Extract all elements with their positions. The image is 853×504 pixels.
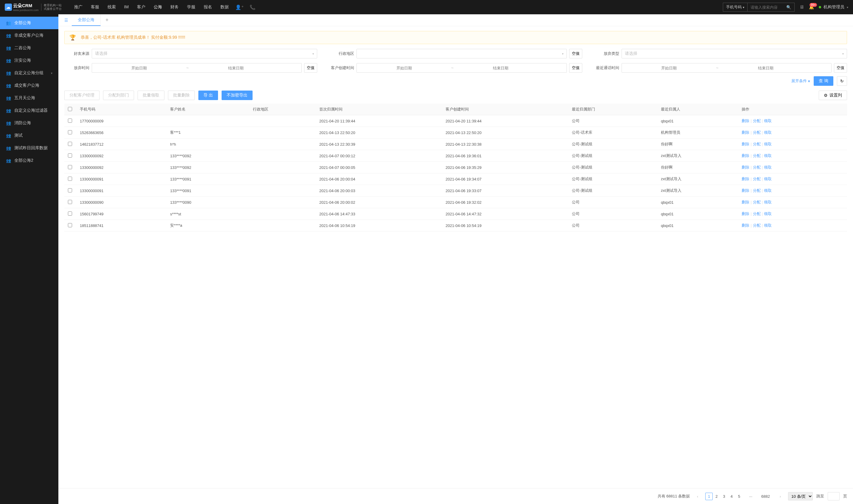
- filter-recent-call-range[interactable]: ~: [621, 63, 832, 73]
- row-delete-link[interactable]: 删除: [742, 154, 749, 158]
- row-checkbox[interactable]: [68, 165, 72, 169]
- row-claim-link[interactable]: 领取: [764, 188, 772, 193]
- filter-create-time-range[interactable]: ~: [357, 63, 566, 73]
- row-claim-link[interactable]: 领取: [764, 212, 772, 216]
- search-input[interactable]: [748, 5, 783, 10]
- nav-item[interactable]: 公海: [153, 3, 163, 11]
- row-delete-link[interactable]: 删除: [742, 142, 749, 146]
- row-checkbox[interactable]: [68, 130, 72, 134]
- row-claim-link[interactable]: 领取: [764, 223, 772, 228]
- row-assign-link[interactable]: 分配: [753, 223, 761, 228]
- row-checkbox[interactable]: [68, 188, 72, 193]
- row-checkbox[interactable]: [68, 223, 72, 227]
- export-button[interactable]: 导 出: [198, 91, 218, 100]
- sidebar-item[interactable]: 👥测试昨日回库数据: [0, 142, 58, 154]
- row-assign-link[interactable]: 分配: [753, 165, 761, 169]
- row-delete-link[interactable]: 删除: [742, 212, 749, 216]
- pager-size-select[interactable]: 10 条/页: [788, 492, 813, 500]
- export-plain-button[interactable]: 不加密导出: [222, 91, 253, 100]
- logo[interactable]: ☁ 云朵CRM www.yunduocrm.com 教育机构一站式服务云平台: [5, 3, 62, 12]
- filter-source-select[interactable]: 请选择▾: [92, 49, 317, 58]
- row-assign-link[interactable]: 分配: [753, 188, 761, 193]
- row-claim-link[interactable]: 领取: [764, 200, 772, 204]
- pager-page[interactable]: 1: [705, 493, 713, 500]
- pager-page[interactable]: 5: [736, 493, 743, 500]
- sidebar-item[interactable]: 👥测试: [0, 129, 58, 142]
- set-columns-button[interactable]: ⚙设置列: [819, 91, 847, 100]
- filter-abandon-type-select[interactable]: 请选择▾: [621, 49, 847, 58]
- sidebar-item[interactable]: 👥全部公海: [0, 17, 58, 29]
- tab-active[interactable]: 全部公海: [72, 14, 101, 26]
- row-checkbox[interactable]: [68, 119, 72, 123]
- sidebar-item[interactable]: 👥消防公海: [0, 117, 58, 129]
- nav-item[interactable]: 数据: [220, 3, 229, 11]
- row-checkbox[interactable]: [68, 177, 72, 181]
- tab-list-icon[interactable]: ☰: [61, 18, 72, 23]
- nav-item[interactable]: 客户: [137, 3, 146, 11]
- batch-claim-button[interactable]: 批量领取: [138, 91, 164, 100]
- pager-prev[interactable]: ‹: [693, 493, 702, 500]
- nav-item[interactable]: 财务: [170, 3, 179, 11]
- nav-item[interactable]: 学服: [186, 3, 196, 11]
- filter-abandon-time-empty[interactable]: 空值: [304, 63, 317, 73]
- sidebar-item[interactable]: 👥五月天公海: [0, 92, 58, 104]
- row-checkbox[interactable]: [68, 212, 72, 216]
- row-assign-link[interactable]: 分配: [753, 212, 761, 216]
- filter-recent-call-empty[interactable]: 空值: [834, 63, 847, 73]
- row-delete-link[interactable]: 删除: [742, 200, 749, 204]
- row-claim-link[interactable]: 领取: [764, 177, 772, 181]
- sidebar-item[interactable]: 👥非成交客户公海: [0, 29, 58, 42]
- pager-jump-input[interactable]: [828, 492, 840, 500]
- search-icon[interactable]: 🔍: [783, 5, 794, 10]
- nav-item[interactable]: 推广: [74, 3, 83, 11]
- batch-delete-button[interactable]: 批量删除: [168, 91, 195, 100]
- nav-item[interactable]: IM: [124, 3, 130, 11]
- phone-icon[interactable]: 📞: [250, 4, 256, 10]
- search-type-select[interactable]: 手机号码 ▾: [723, 3, 748, 11]
- expand-filters-link[interactable]: 展开条件 ▾: [791, 78, 810, 84]
- assign-manager-button[interactable]: 分配客户经理: [64, 91, 99, 100]
- row-claim-link[interactable]: 领取: [764, 142, 772, 146]
- row-delete-link[interactable]: 删除: [742, 165, 749, 169]
- row-assign-link[interactable]: 分配: [753, 130, 761, 134]
- pager-page[interactable]: 2: [713, 493, 720, 500]
- filter-region-select[interactable]: ▾: [357, 49, 566, 58]
- notification-icon[interactable]: 🔔99+: [809, 5, 814, 10]
- filter-region-empty[interactable]: 空值: [569, 49, 582, 58]
- row-assign-link[interactable]: 分配: [753, 142, 761, 146]
- nav-item[interactable]: 客服: [90, 3, 100, 11]
- row-assign-link[interactable]: 分配: [753, 177, 761, 181]
- row-checkbox[interactable]: [68, 154, 72, 158]
- row-assign-link[interactable]: 分配: [753, 200, 761, 204]
- nav-item[interactable]: 报名: [203, 3, 213, 11]
- select-all-checkbox[interactable]: [68, 107, 72, 111]
- tab-add-button[interactable]: +: [101, 17, 113, 23]
- pager-page[interactable]: 3: [721, 493, 728, 500]
- sidebar-item[interactable]: 👥全部公海2: [0, 154, 58, 167]
- row-claim-link[interactable]: 领取: [764, 119, 772, 123]
- nav-item[interactable]: 线索: [107, 3, 116, 11]
- sidebar-item[interactable]: 👥成交客户公海: [0, 79, 58, 92]
- user-menu[interactable]: 机构管理员 ▾: [819, 4, 848, 10]
- pager-last[interactable]: 6882: [759, 493, 773, 500]
- row-delete-link[interactable]: 删除: [742, 223, 749, 228]
- row-assign-link[interactable]: 分配: [753, 154, 761, 158]
- row-delete-link[interactable]: 删除: [742, 188, 749, 193]
- sidebar-item[interactable]: 👥自定义公海过滤器: [0, 104, 58, 117]
- user-add-icon[interactable]: 👤⁺: [235, 4, 243, 10]
- pager-page[interactable]: 4: [728, 493, 736, 500]
- refresh-icon[interactable]: ↻: [837, 76, 847, 86]
- monitor-icon[interactable]: 🖥: [799, 4, 804, 10]
- row-delete-link[interactable]: 删除: [742, 130, 749, 134]
- query-button[interactable]: 查 询: [814, 76, 833, 86]
- row-assign-link[interactable]: 分配: [753, 119, 761, 123]
- row-checkbox[interactable]: [68, 142, 72, 146]
- row-claim-link[interactable]: 领取: [764, 130, 772, 134]
- row-claim-link[interactable]: 领取: [764, 154, 772, 158]
- sidebar-item[interactable]: 👥二咨公海: [0, 42, 58, 54]
- row-checkbox[interactable]: [68, 200, 72, 204]
- sidebar-item[interactable]: 👥自定义公海分组▾: [0, 67, 58, 79]
- assign-dept-button[interactable]: 分配到部门: [103, 91, 134, 100]
- filter-create-time-empty[interactable]: 空值: [569, 63, 582, 73]
- pager-next[interactable]: ›: [776, 493, 784, 500]
